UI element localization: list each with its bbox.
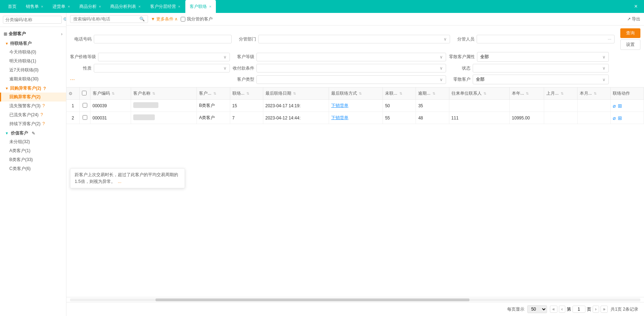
sort-icon-9[interactable]: ⇅ <box>483 91 486 95</box>
nav-customer-contact-close[interactable]: × <box>209 4 211 9</box>
sidebar-section-value[interactable]: ▼ 价值客户 ✎ <box>0 128 66 137</box>
query-button[interactable]: 查询 <box>620 28 640 38</box>
sidebar-section-abnormal[interactable]: ▼ 回购异常客户(2) ? <box>0 84 66 93</box>
check-all-checkbox[interactable] <box>82 91 87 95</box>
last-page-btn[interactable]: » <box>601 306 608 313</box>
sidebar-tree: ⊞ 全部客户 › ▼ 待联络客户 今天待联络(0) 明天待联络(1) 近7天待联… <box>0 27 66 316</box>
more-dots-icon[interactable]: ··· <box>70 76 75 83</box>
window-close-button[interactable]: × <box>631 3 640 10</box>
gear-icon[interactable]: ⚙ <box>69 91 73 96</box>
nav-product-analysis-list-close[interactable]: × <box>138 4 140 9</box>
row-check-2[interactable] <box>79 112 90 124</box>
horizontal-scrollbar[interactable] <box>66 297 644 302</box>
col-header-actions: 联络动作 <box>610 88 644 100</box>
sidebar-item-unclassified[interactable]: 未分组(32) <box>0 137 66 146</box>
row-last-type-1[interactable]: 下销货单 <box>329 100 383 112</box>
link-last-type-1[interactable]: 下销货单 <box>331 103 348 108</box>
nav-product-analysis-close[interactable]: × <box>99 4 101 9</box>
nav-purchase[interactable]: 进货单 × <box>48 0 74 13</box>
col-setting[interactable]: ⚙ <box>66 88 79 100</box>
nav-product-analysis-list[interactable]: 商品分析列表 × <box>106 0 145 13</box>
col-check-all[interactable] <box>79 88 90 100</box>
sidebar-item-declining[interactable]: 持续下滑客户(2) ? <box>0 119 66 128</box>
main-search-icon[interactable]: 🔍 <box>139 16 145 22</box>
filter-col-phone: 电话号码 <box>70 35 232 43</box>
dots-icon: ··· <box>608 37 611 42</box>
select-price-level[interactable]: ∨ <box>98 53 230 61</box>
sort-icon-2[interactable]: ⇅ <box>152 91 155 95</box>
select-scatter-customer[interactable]: 全部 ∨ <box>473 75 609 84</box>
my-customers-check[interactable]: 我分管的客户 <box>181 16 213 22</box>
row-checkbox-2[interactable] <box>83 115 87 120</box>
scroll-thumb[interactable] <box>156 298 469 301</box>
settings-button[interactable]: 设置 <box>620 39 640 50</box>
sidebar-item-today-pending[interactable]: 今天待联络(0) <box>0 48 66 57</box>
sidebar-item-class-b[interactable]: B类客户(33) <box>0 155 66 164</box>
input-phone[interactable] <box>94 35 232 43</box>
sidebar-search-input[interactable] <box>3 16 62 24</box>
select-customer-level[interactable]: ∨ <box>256 53 446 61</box>
sort-icon-10[interactable]: ⇅ <box>526 91 529 95</box>
select-payment[interactable]: ∨ <box>256 64 446 72</box>
sidebar-item-7day-pending[interactable]: 近7天待联络(0) <box>0 66 66 75</box>
sort-icon-6[interactable]: ⇅ <box>359 91 362 95</box>
row-last-type-2[interactable]: 下销货单 <box>329 112 383 124</box>
main-search-input[interactable] <box>73 16 138 22</box>
nav-sales[interactable]: 销售单 × <box>22 0 47 13</box>
nav-customer-tier-close[interactable]: × <box>178 4 180 9</box>
action-link-icon-2[interactable]: ⌀ <box>613 115 616 121</box>
action-link-icon-1[interactable]: ⌀ <box>613 103 616 109</box>
sort-icon[interactable]: ⇅ <box>112 91 115 95</box>
nav-product-analysis[interactable]: 商品分析 × <box>75 0 105 13</box>
sort-icon-5[interactable]: ⇅ <box>293 91 296 95</box>
select-dept[interactable]: ∨ <box>258 35 450 43</box>
nav-customer-tier[interactable]: 客户分层经营 × <box>146 0 185 13</box>
nav-sales-close[interactable]: × <box>41 4 43 9</box>
page-input[interactable] <box>573 306 585 313</box>
sidebar-item-tomorrow-pending[interactable]: 明天待联络(1) <box>0 57 66 66</box>
select-nature[interactable]: ∨ <box>94 64 230 72</box>
per-page-select[interactable]: 50 100 200 <box>527 305 547 313</box>
select-status[interactable]: ∨ <box>473 64 609 72</box>
sort-icon-12[interactable]: ⇅ <box>594 91 597 95</box>
my-customers-checkbox[interactable] <box>181 17 185 22</box>
select-customer-type[interactable]: ∨ <box>256 75 446 84</box>
prev-page-btn[interactable]: ‹ <box>559 306 565 313</box>
link-last-type-2[interactable]: 下销货单 <box>331 115 348 120</box>
action-more-icon-2[interactable]: ⊞ <box>618 115 622 121</box>
row-check-1[interactable] <box>79 100 90 112</box>
nav-purchase-close[interactable]: × <box>68 4 70 9</box>
sidebar-item-abnormal-repurchase[interactable]: 回购异常客户(2) <box>0 93 66 102</box>
table-row: 2 000031 A类客户 7 2023-04-12 14:44: 下销货单 <box>66 112 644 124</box>
input-person[interactable]: ··· <box>477 35 615 43</box>
sidebar-item-class-c[interactable]: C类客户(6) <box>0 164 66 173</box>
sort-icon-4[interactable]: ⇅ <box>246 91 249 95</box>
col-header-last-month: 上月... ⇅ <box>544 88 577 100</box>
sidebar-item-lost[interactable]: 已流失客户(24) ? <box>0 110 66 119</box>
collapse-icon[interactable]: › <box>61 32 62 37</box>
sort-icon-3[interactable]: ⇅ <box>213 91 216 95</box>
sidebar-all-customers[interactable]: ⊞ 全部客户 › <box>0 29 66 39</box>
tooltip-more-link[interactable]: ... <box>118 179 121 184</box>
more-conditions-btn[interactable]: ▼ 更多条件 ∧ <box>151 16 178 22</box>
sort-icon-7[interactable]: ⇅ <box>399 91 402 95</box>
sidebar-search-icon[interactable]: 🔍 <box>63 17 66 22</box>
select-scatter-attr[interactable]: 全部 ∨ <box>477 52 609 62</box>
sort-icon-8[interactable]: ⇅ <box>432 91 435 95</box>
action-more-icon-1[interactable]: ⊞ <box>618 103 622 109</box>
nav-home[interactable]: 首页 <box>4 0 21 13</box>
scroll-track[interactable] <box>70 298 640 301</box>
row-checkbox-1[interactable] <box>83 103 87 108</box>
chevron-down-icon-5: ∨ <box>223 66 227 71</box>
sidebar-section-pending[interactable]: ▼ 待联络客户 <box>0 39 66 48</box>
edit-icon[interactable]: ✎ <box>32 131 35 136</box>
nav-customer-contact[interactable]: 客户联络 × <box>185 0 216 13</box>
first-page-btn[interactable]: « <box>550 306 557 313</box>
next-page-btn[interactable]: › <box>593 306 599 313</box>
sidebar-item-overdue-pending[interactable]: 逾期未联络(30) <box>0 75 66 84</box>
row-last-date-2: 2023-04-12 14:44: <box>263 112 329 124</box>
sidebar-item-class-a[interactable]: A类客户(1) <box>0 146 66 155</box>
sidebar-item-loss-warning[interactable]: 流失预警客户(3) ? <box>0 102 66 110</box>
export-btn[interactable]: ↗ 导出 <box>627 16 640 22</box>
sort-icon-11[interactable]: ⇅ <box>561 91 564 95</box>
